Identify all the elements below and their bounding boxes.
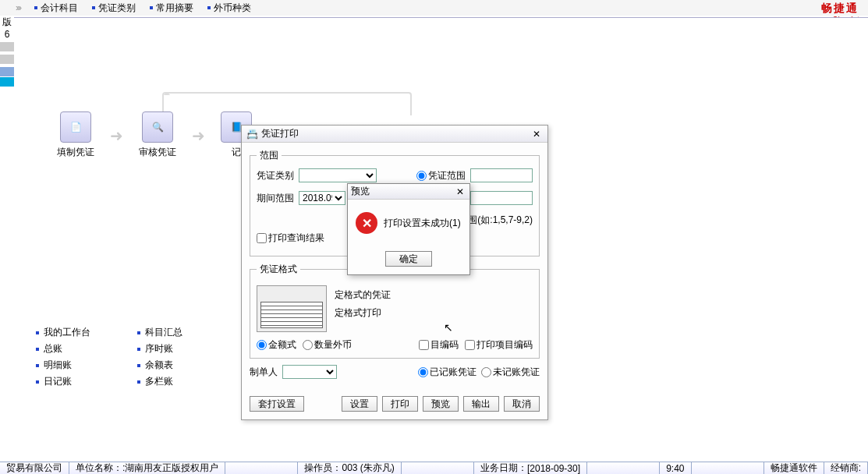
workflow-node-audit[interactable]: 🔍 审核凭证 bbox=[139, 111, 176, 159]
status-software: 畅捷通软件 bbox=[764, 462, 824, 474]
nav-item-workbench[interactable]: 我的工作台 bbox=[36, 326, 90, 339]
bullet-icon bbox=[34, 6, 37, 9]
ok-button[interactable]: 确定 bbox=[385, 251, 432, 267]
nav-section: 我的工作台 总账 明细账 日记账 科目汇总 序时账 余额表 多栏账 bbox=[36, 326, 182, 388]
voucher-type-label: 凭证类别 bbox=[257, 169, 294, 182]
error-icon bbox=[356, 212, 377, 234]
bullet-icon bbox=[36, 380, 39, 384]
maker-label: 制单人 bbox=[250, 366, 278, 379]
nav-label: 总账 bbox=[44, 342, 62, 356]
settings-button[interactable]: 设置 bbox=[342, 396, 377, 412]
nav-label: 余额表 bbox=[145, 359, 173, 372]
amount-format-radio[interactable]: 金额式 bbox=[257, 338, 296, 352]
top-toolbar: ››› 会计科目 凭证类别 常用摘要 外币种类 bbox=[0, 0, 868, 16]
message-text: 打印设置未成功(1) bbox=[384, 217, 461, 230]
status-operator: 操作员：003 (朱亦凡) bbox=[298, 462, 401, 474]
period-from-select[interactable]: 2018.09 bbox=[299, 191, 345, 205]
bullet-icon bbox=[36, 331, 39, 334]
dialog-title: 凭证打印 bbox=[261, 127, 299, 140]
bullet-icon bbox=[207, 6, 211, 9]
message-titlebar[interactable]: 预览 ✕ bbox=[348, 184, 469, 200]
nav-label: 日记账 bbox=[44, 375, 72, 388]
close-icon[interactable]: ✕ bbox=[530, 128, 543, 140]
voucher-range-input[interactable] bbox=[470, 168, 533, 182]
status-agent: 经销商: bbox=[824, 462, 868, 474]
bullet-icon bbox=[92, 6, 95, 9]
bullet-icon bbox=[137, 331, 140, 334]
nav-col-2: 科目汇总 序时账 余额表 多栏账 bbox=[137, 326, 182, 388]
current-voucher-input[interactable] bbox=[470, 191, 533, 205]
posted-radio[interactable]: 已记账凭证 bbox=[418, 366, 477, 379]
print-query-checkbox[interactable]: 打印查询结果 bbox=[257, 232, 324, 245]
nav-item-journal[interactable]: 日记账 bbox=[36, 375, 90, 388]
nav-label: 明细账 bbox=[44, 359, 72, 372]
toolbar-label: 常用摘要 bbox=[156, 2, 193, 15]
nav-item-multicol[interactable]: 多栏账 bbox=[137, 375, 182, 388]
bullet-icon bbox=[36, 348, 39, 351]
message-box: 预览 ✕ 打印设置未成功(1) 确定 bbox=[347, 183, 470, 275]
arrow-right-icon: ➜ bbox=[110, 126, 123, 145]
export-button[interactable]: 输出 bbox=[463, 396, 499, 412]
format-legend: 凭证格式 bbox=[257, 263, 300, 276]
unposted-radio[interactable]: 未记账凭证 bbox=[481, 366, 540, 379]
nav-item-ledger[interactable]: 总账 bbox=[36, 342, 90, 356]
toolbar-item-voucher-type[interactable]: 凭证类别 bbox=[86, 2, 142, 15]
qty-fx-radio[interactable]: 数量外币 bbox=[303, 338, 352, 352]
workflow-node-create[interactable]: 📄 填制凭证 bbox=[57, 111, 94, 159]
cancel-button[interactable]: 取消 bbox=[504, 396, 540, 412]
statusbar: 贸易有限公司 单位名称：:湖南用友正版授权用户 操作员：003 (朱亦凡) 业务… bbox=[0, 462, 868, 474]
toolbar-item-account-subject[interactable]: 会计科目 bbox=[28, 2, 84, 15]
format-preview bbox=[257, 285, 327, 332]
status-bizdate: 业务日期：[2018-09-30] bbox=[474, 462, 587, 474]
left-strip bbox=[0, 42, 14, 474]
toolbar-label: 凭证类别 bbox=[98, 2, 136, 15]
toolbar-label: 会计科目 bbox=[41, 2, 78, 15]
toolbar-label: 外币种类 bbox=[214, 2, 251, 15]
range-legend: 范围 bbox=[257, 149, 282, 162]
voucher-range-radio[interactable]: 凭证范围 bbox=[416, 169, 466, 182]
status-company: 贸易有限公司 bbox=[0, 462, 69, 474]
bullet-icon bbox=[150, 6, 153, 9]
format-fieldset: 凭证格式 定格式的凭证 定格式打印 金额式 数量外币 目编码 打印项目编码 bbox=[250, 263, 540, 359]
close-icon[interactable]: ✕ bbox=[454, 186, 466, 198]
chevrons-icon: ››› bbox=[16, 2, 20, 13]
left-version-label: 版 6 bbox=[0, 16, 14, 40]
workflow-label: 填制凭证 bbox=[57, 146, 94, 159]
toolbar-item-foreign-currency[interactable]: 外币种类 bbox=[201, 2, 257, 15]
voucher-type-select[interactable] bbox=[299, 168, 377, 182]
nav-item-subject-summary[interactable]: 科目汇总 bbox=[137, 326, 182, 339]
print-item-checkbox[interactable]: 打印项目编码 bbox=[465, 338, 533, 352]
nav-label: 我的工作台 bbox=[44, 326, 90, 339]
audit-icon: 🔍 bbox=[142, 111, 173, 143]
arrow-right-icon: ➜ bbox=[192, 126, 205, 145]
status-unit: 单位名称：:湖南用友正版授权用户 bbox=[69, 462, 225, 474]
nav-col-1: 我的工作台 总账 明细账 日记账 bbox=[36, 326, 90, 388]
message-title: 预览 bbox=[351, 185, 370, 198]
bullet-icon bbox=[36, 364, 39, 367]
workflow: 📄 填制凭证 ➜ 🔍 审核凭证 ➜ 📘 记 bbox=[57, 111, 252, 159]
nav-item-chrono[interactable]: 序时账 bbox=[137, 342, 182, 356]
print-button[interactable]: 打印 bbox=[382, 396, 418, 412]
toolbar-item-common-summary[interactable]: 常用摘要 bbox=[143, 2, 200, 15]
dialog-icon: 📇 bbox=[246, 129, 258, 140]
period-label: 期间范围 bbox=[257, 192, 294, 205]
nav-label: 科目汇总 bbox=[145, 326, 182, 339]
dialog-titlebar[interactable]: 📇 凭证打印 ✕ bbox=[242, 126, 547, 143]
bullet-icon bbox=[137, 364, 140, 367]
format-text: 定格式的凭证 bbox=[335, 288, 391, 302]
nav-label: 多栏账 bbox=[145, 375, 173, 388]
preview-button[interactable]: 预览 bbox=[423, 396, 459, 412]
template-button[interactable]: 套打设置 bbox=[250, 396, 304, 412]
workflow-label: 审核凭证 bbox=[139, 146, 176, 159]
nav-label: 序时账 bbox=[145, 342, 173, 356]
document-icon: 📄 bbox=[60, 111, 91, 143]
format-text: 定格式打印 bbox=[335, 306, 391, 320]
nav-item-balance[interactable]: 余额表 bbox=[137, 359, 182, 372]
nav-item-detail[interactable]: 明细账 bbox=[36, 359, 90, 372]
message-body: 打印设置未成功(1) bbox=[348, 200, 469, 246]
dialog-footer: 套打设置 设置 打印 预览 输出 取消 bbox=[242, 393, 547, 419]
brand-cn: 畅捷通 bbox=[821, 2, 859, 16]
maker-select[interactable] bbox=[282, 365, 337, 379]
print-code-checkbox[interactable]: 目编码 bbox=[419, 338, 459, 352]
bullet-icon bbox=[137, 348, 140, 351]
